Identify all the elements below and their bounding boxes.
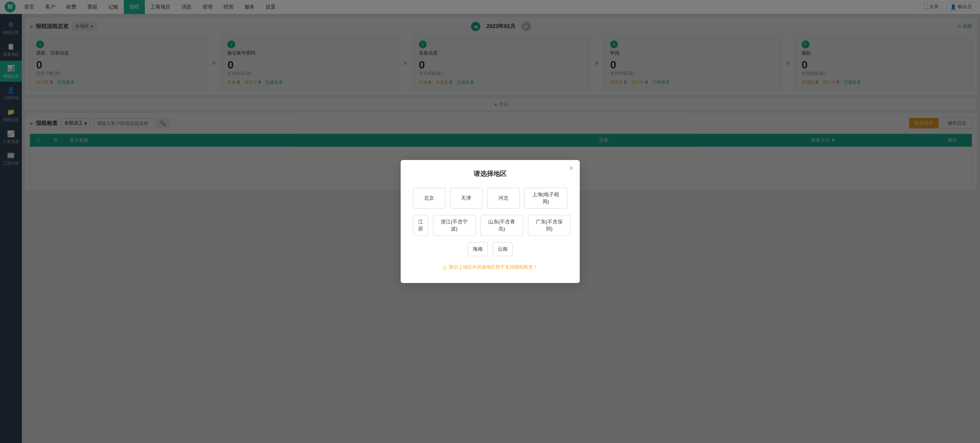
region-btn-浙江(不含宁波)[interactable]: 浙江(不含宁波) <box>433 215 476 236</box>
region-btn-上海(电子税局)[interactable]: 上海(电子税局) <box>524 188 567 209</box>
region-row-1: 北京天津河北上海(电子税局) <box>413 188 567 209</box>
modal-close-button[interactable]: × <box>569 165 574 172</box>
region-btn-天津[interactable]: 天津 <box>450 188 482 209</box>
region-btn-山东(不含青岛)[interactable]: 山东(不含青岛) <box>480 215 523 236</box>
region-btn-云南[interactable]: 云南 <box>493 242 513 256</box>
region-btn-江苏[interactable]: 江苏 <box>413 215 428 236</box>
warning-icon: ⚠ <box>442 264 447 271</box>
region-row-3: 海南云南 <box>413 242 567 256</box>
modal-overlay: × 请选择地区 北京天津河北上海(电子税局) 江苏浙江(不含宁波)山东(不含青岛… <box>0 0 980 443</box>
warning-text: 除以上地区外其他地区暂不支持报税检查！ <box>449 264 538 271</box>
modal-title: 请选择地区 <box>413 169 567 178</box>
region-btn-海南[interactable]: 海南 <box>468 242 488 256</box>
region-btn-河北[interactable]: 河北 <box>487 188 519 209</box>
modal-warning: ⚠ 除以上地区外其他地区暂不支持报税检查！ <box>413 264 567 271</box>
region-selection-modal: × 请选择地区 北京天津河北上海(电子税局) 江苏浙江(不含宁波)山东(不含青岛… <box>401 160 580 283</box>
region-btn-广东(不含深圳)[interactable]: 广东(不含深圳) <box>528 215 571 236</box>
region-row-2: 江苏浙江(不含宁波)山东(不含青岛)广东(不含深圳) <box>413 215 567 236</box>
region-btn-北京[interactable]: 北京 <box>413 188 445 209</box>
